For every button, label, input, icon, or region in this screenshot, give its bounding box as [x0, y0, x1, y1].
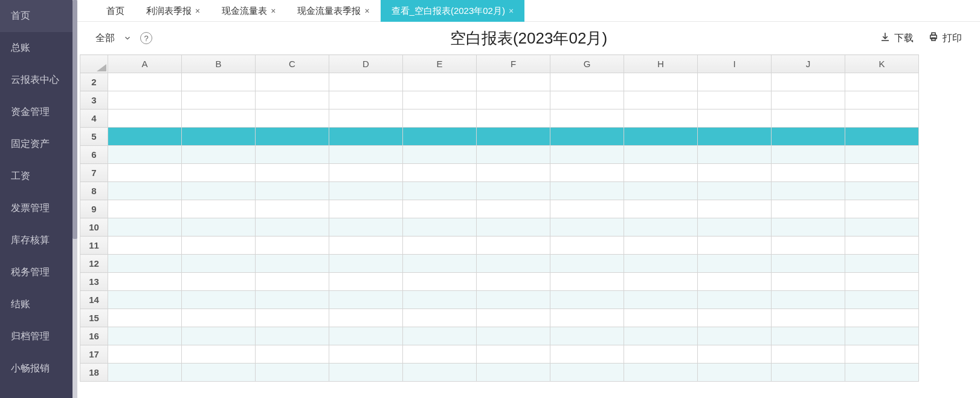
row-header[interactable]: 17 [80, 345, 108, 364]
grid-cell[interactable] [624, 291, 698, 309]
grid-cell[interactable] [550, 218, 624, 237]
row-header[interactable]: 9 [80, 200, 108, 218]
grid-cell[interactable] [550, 109, 624, 128]
grid-cell[interactable] [698, 200, 772, 218]
grid-cell[interactable] [182, 237, 256, 255]
grid-cell[interactable] [772, 182, 845, 200]
print-button[interactable]: 打印 [928, 31, 962, 45]
grid-cell[interactable] [772, 146, 845, 164]
grid-cell[interactable] [772, 109, 845, 128]
grid-cell[interactable] [182, 291, 256, 309]
row-header[interactable]: 6 [80, 146, 108, 164]
sidebar-item-cloud-reports[interactable]: 云报表中心 [0, 64, 77, 96]
grid-cell[interactable] [845, 146, 919, 164]
grid-cell[interactable] [182, 109, 256, 128]
grid-cell[interactable] [403, 164, 477, 182]
column-header[interactable]: I [698, 55, 772, 73]
grid-cell[interactable] [698, 146, 772, 164]
grid-cell[interactable] [624, 128, 698, 146]
grid-cell[interactable] [624, 91, 698, 109]
grid-cell[interactable] [108, 164, 182, 182]
grid-cell[interactable] [845, 91, 919, 109]
spreadsheet-viewport[interactable]: ABCDEFGHIJK23456789101112131415161718 [77, 54, 980, 398]
column-header[interactable]: B [182, 55, 256, 73]
grid-cell[interactable] [550, 309, 624, 327]
grid-cell[interactable] [550, 164, 624, 182]
grid-cell[interactable] [550, 91, 624, 109]
grid-cell[interactable] [772, 309, 845, 327]
grid-cell[interactable] [256, 182, 329, 200]
grid-cell[interactable] [182, 91, 256, 109]
grid-cell[interactable] [698, 291, 772, 309]
grid-cell[interactable] [477, 237, 550, 255]
grid-cell[interactable] [403, 309, 477, 327]
grid-cell[interactable] [256, 146, 329, 164]
grid-cell[interactable] [624, 255, 698, 273]
grid-cell[interactable] [698, 273, 772, 291]
grid-cell[interactable] [256, 309, 329, 327]
grid-cell[interactable] [403, 291, 477, 309]
grid-cell[interactable] [329, 146, 403, 164]
grid-cell[interactable] [550, 345, 624, 364]
column-header[interactable]: A [108, 55, 182, 73]
grid-cell[interactable] [108, 327, 182, 345]
grid-cell[interactable] [256, 291, 329, 309]
grid-cell[interactable] [772, 291, 845, 309]
grid-cell[interactable] [845, 128, 919, 146]
grid-cell[interactable] [403, 146, 477, 164]
grid-cell[interactable] [550, 291, 624, 309]
grid-cell[interactable] [550, 73, 624, 91]
grid-cell[interactable] [256, 91, 329, 109]
grid-cell[interactable] [772, 364, 845, 382]
sidebar-item-tax[interactable]: 税务管理 [0, 256, 77, 289]
grid-cell[interactable] [698, 255, 772, 273]
grid-cell[interactable] [550, 364, 624, 382]
sidebar-scrollbar[interactable] [73, 0, 77, 398]
column-header[interactable]: H [624, 55, 698, 73]
row-header[interactable]: 16 [80, 327, 108, 345]
grid-cell[interactable] [329, 364, 403, 382]
grid-cell[interactable] [108, 146, 182, 164]
grid-cell[interactable] [256, 200, 329, 218]
grid-cell[interactable] [550, 146, 624, 164]
grid-cell[interactable] [182, 182, 256, 200]
grid-cell[interactable] [108, 237, 182, 255]
grid-cell[interactable] [845, 255, 919, 273]
grid-cell[interactable] [550, 237, 624, 255]
grid-cell[interactable] [182, 309, 256, 327]
row-header[interactable]: 3 [80, 91, 108, 109]
grid-cell[interactable] [403, 128, 477, 146]
grid-cell[interactable] [403, 345, 477, 364]
grid-cell[interactable] [329, 237, 403, 255]
grid-cell[interactable] [477, 128, 550, 146]
grid-cell[interactable] [108, 218, 182, 237]
grid-cell[interactable] [329, 128, 403, 146]
column-header[interactable]: D [329, 55, 403, 73]
grid-cell[interactable] [772, 237, 845, 255]
grid-cell[interactable] [772, 128, 845, 146]
column-header[interactable]: J [772, 55, 845, 73]
grid-cell[interactable] [772, 218, 845, 237]
grid-cell[interactable] [550, 128, 624, 146]
grid-cell[interactable] [698, 109, 772, 128]
grid-cell[interactable] [256, 237, 329, 255]
grid-cell[interactable] [329, 182, 403, 200]
row-header[interactable]: 10 [80, 218, 108, 237]
close-icon[interactable]: × [509, 0, 514, 22]
grid-cell[interactable] [624, 327, 698, 345]
grid-cell[interactable] [403, 364, 477, 382]
row-header[interactable]: 5 [80, 128, 108, 146]
grid-cell[interactable] [108, 364, 182, 382]
grid-cell[interactable] [624, 146, 698, 164]
grid-cell[interactable] [845, 291, 919, 309]
column-header[interactable]: K [845, 55, 919, 73]
grid-cell[interactable] [624, 182, 698, 200]
grid-cell[interactable] [182, 364, 256, 382]
grid-cell[interactable] [845, 345, 919, 364]
row-header[interactable]: 12 [80, 255, 108, 273]
grid-cell[interactable] [624, 345, 698, 364]
grid-cell[interactable] [477, 146, 550, 164]
grid-cell[interactable] [550, 200, 624, 218]
tab-home[interactable]: 首页 [95, 0, 135, 22]
grid-cell[interactable] [550, 182, 624, 200]
